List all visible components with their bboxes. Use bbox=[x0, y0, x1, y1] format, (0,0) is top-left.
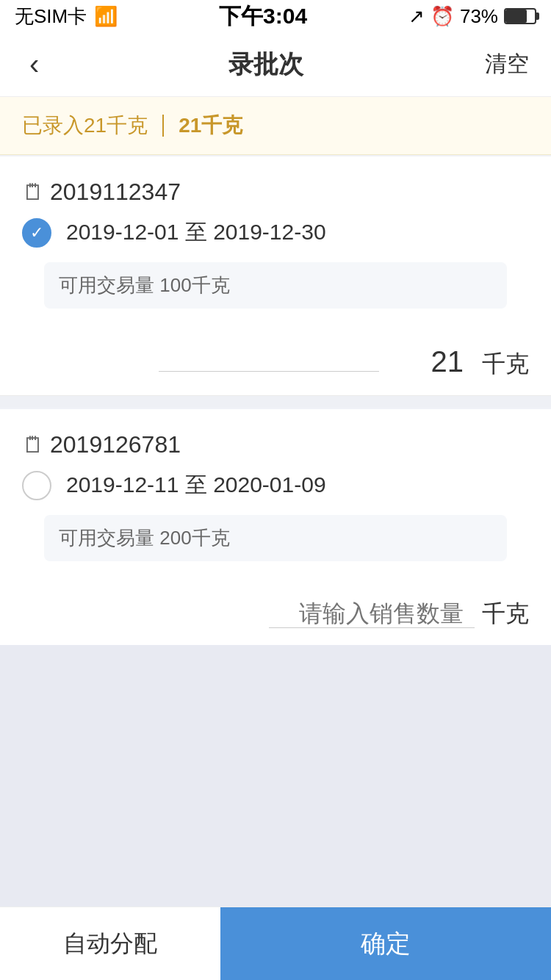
batch1-id-row: 🗒 2019112347 bbox=[22, 179, 529, 206]
battery-icon bbox=[504, 8, 536, 24]
total-text: 21千克 bbox=[179, 112, 242, 140]
status-right: ↗ ⏰ 73% bbox=[408, 5, 536, 28]
carrier-text: 无SIM卡 bbox=[15, 4, 87, 29]
batch1-quantity-row: 千克 bbox=[0, 331, 551, 396]
bottom-bar: 自动分配 确定 bbox=[0, 907, 551, 980]
back-button[interactable]: ‹ bbox=[22, 40, 46, 88]
location-icon: ↗ bbox=[408, 5, 425, 28]
clear-button[interactable]: 清空 bbox=[485, 49, 529, 79]
batch1-doc-icon: 🗒 bbox=[22, 180, 44, 205]
batch1-unit: 千克 bbox=[482, 348, 529, 381]
batch1-date: 2019-12-01 至 2019-12-30 bbox=[66, 217, 326, 248]
batch2-quantity-input[interactable] bbox=[269, 600, 475, 628]
batch1-avail: 可用交易量 100千克 bbox=[44, 262, 507, 309]
batch2-avail-wrap: 可用交易量 200千克 bbox=[0, 515, 551, 583]
batch2-id-row: 🗒 2019126781 bbox=[22, 431, 529, 458]
batch1-card: 🗒 2019112347 ✓ 2019-12-01 至 2019-12-30 可… bbox=[0, 156, 551, 396]
batch2-avail: 可用交易量 200千克 bbox=[44, 515, 507, 561]
wifi-icon: 📶 bbox=[94, 5, 118, 28]
batch1-quantity-input[interactable] bbox=[386, 345, 475, 378]
confirm-button[interactable]: 确定 bbox=[220, 907, 551, 980]
batch2-doc-icon: 🗒 bbox=[22, 433, 44, 458]
batch2-date: 2019-12-11 至 2020-01-09 bbox=[66, 470, 326, 500]
info-banner: 已录入21千克 21千克 bbox=[0, 97, 551, 155]
status-time: 下午3:04 bbox=[219, 1, 307, 32]
batch1-item: 🗒 2019112347 ✓ 2019-12-01 至 2019-12-30 bbox=[0, 156, 551, 248]
page-title: 录批次 bbox=[228, 48, 303, 82]
batch1-radio[interactable]: ✓ bbox=[22, 218, 51, 248]
batch1-id: 2019112347 bbox=[50, 179, 181, 206]
batch1-check-icon: ✓ bbox=[30, 223, 43, 242]
status-left: 无SIM卡 📶 bbox=[15, 4, 118, 29]
batch2-card: 🗒 2019126781 2019-12-11 至 2020-01-09 可用交… bbox=[0, 409, 551, 645]
batch2-date-row[interactable]: 2019-12-11 至 2020-01-09 bbox=[22, 470, 529, 500]
alarm-icon: ⏰ bbox=[431, 5, 454, 28]
section-separator bbox=[0, 396, 551, 408]
batch1-date-row[interactable]: ✓ 2019-12-01 至 2019-12-30 bbox=[22, 217, 529, 248]
batch1-underline bbox=[159, 371, 379, 372]
info-divider bbox=[162, 115, 164, 137]
batch1-avail-wrap: 可用交易量 100千克 bbox=[0, 262, 551, 331]
auto-distribute-button[interactable]: 自动分配 bbox=[0, 907, 220, 980]
batch2-input-row: 千克 bbox=[0, 583, 551, 645]
batch2-radio[interactable] bbox=[22, 471, 51, 500]
nav-bar: ‹ 录批次 清空 bbox=[0, 32, 551, 97]
status-bar: 无SIM卡 📶 下午3:04 ↗ ⏰ 73% bbox=[0, 0, 551, 32]
battery-percent: 73% bbox=[460, 5, 498, 28]
batch2-id: 2019126781 bbox=[50, 431, 181, 458]
recorded-text: 已录入21千克 bbox=[22, 112, 148, 140]
batch2-unit: 千克 bbox=[482, 598, 529, 630]
batch2-item: 🗒 2019126781 2019-12-11 至 2020-01-09 bbox=[0, 409, 551, 500]
